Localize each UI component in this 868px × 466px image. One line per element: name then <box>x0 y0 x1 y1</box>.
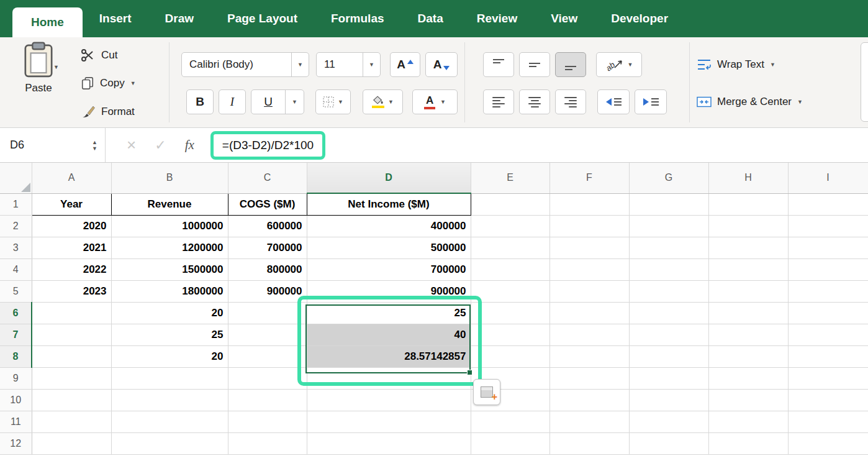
cell[interactable] <box>788 389 868 411</box>
font-color-dropdown-icon[interactable]: ▼ <box>440 99 446 105</box>
cell[interactable] <box>788 237 868 258</box>
cell-c3[interactable]: 700000 <box>228 237 307 258</box>
cell-b5[interactable]: 1800000 <box>111 280 228 302</box>
cell[interactable] <box>471 432 549 454</box>
cell[interactable] <box>788 258 868 280</box>
align-bottom-button[interactable] <box>555 52 586 77</box>
tab-view[interactable]: View <box>534 0 594 37</box>
cell-b7[interactable]: 25 <box>111 324 228 345</box>
tab-data[interactable]: Data <box>401 0 460 37</box>
cell-c5[interactable]: 900000 <box>228 280 307 302</box>
decrease-indent-button[interactable] <box>597 89 630 114</box>
align-right-button[interactable] <box>555 89 586 114</box>
align-center-button[interactable] <box>519 89 550 114</box>
column-header-h[interactable]: H <box>708 163 788 193</box>
column-header-d[interactable]: D <box>307 163 471 193</box>
cell[interactable] <box>708 280 788 302</box>
column-header-b[interactable]: B <box>111 163 228 193</box>
cell[interactable] <box>549 324 629 345</box>
cell-d2[interactable]: 400000 <box>307 215 471 237</box>
cell[interactable] <box>708 258 788 280</box>
cell[interactable] <box>307 367 471 389</box>
cell[interactable] <box>629 193 708 215</box>
cell[interactable] <box>708 411 788 432</box>
cell[interactable] <box>788 411 868 432</box>
cell[interactable] <box>549 237 629 258</box>
cell[interactable] <box>111 411 228 432</box>
align-top-button[interactable] <box>483 52 514 77</box>
cell-d1[interactable]: Net Income ($M) <box>307 193 471 215</box>
align-left-button[interactable] <box>483 89 514 114</box>
cell[interactable] <box>788 345 868 367</box>
cell[interactable] <box>788 215 868 237</box>
name-box-stepper[interactable]: ▲▼ <box>92 139 97 151</box>
cut-button[interactable]: Cut <box>81 46 117 65</box>
cell[interactable] <box>788 432 868 454</box>
tab-insert[interactable]: Insert <box>83 0 148 37</box>
cell[interactable] <box>471 237 549 258</box>
cell[interactable] <box>32 411 111 432</box>
row-header-4[interactable]: 4 <box>0 258 32 280</box>
name-box[interactable]: D6 ▲▼ <box>0 128 106 162</box>
format-button[interactable]: Format <box>81 103 135 121</box>
cell-c8[interactable] <box>228 345 307 367</box>
fx-icon[interactable]: fx <box>185 137 194 153</box>
text-orientation-button[interactable]: ab ▼ <box>596 52 642 77</box>
cell[interactable] <box>549 367 629 389</box>
fill-color-button[interactable]: ▼ <box>363 89 403 114</box>
column-header-i[interactable]: I <box>788 163 868 193</box>
cell[interactable] <box>788 280 868 302</box>
column-header-f[interactable]: F <box>549 163 629 193</box>
cell[interactable] <box>708 324 788 345</box>
cell[interactable] <box>788 324 868 345</box>
tab-developer[interactable]: Developer <box>594 0 685 37</box>
borders-dropdown-icon[interactable]: ▼ <box>338 99 343 105</box>
row-header-11[interactable]: 11 <box>0 411 32 432</box>
cell[interactable] <box>228 432 307 454</box>
row-header-2[interactable]: 2 <box>0 215 32 237</box>
cell[interactable] <box>32 432 111 454</box>
column-header-a[interactable]: A <box>32 163 111 193</box>
cell[interactable] <box>708 432 788 454</box>
cell[interactable] <box>111 367 228 389</box>
cell-b4[interactable]: 1500000 <box>111 258 228 280</box>
cell[interactable] <box>629 324 708 345</box>
cell-a4[interactable]: 2022 <box>32 258 111 280</box>
cell[interactable] <box>629 389 708 411</box>
cell[interactable] <box>471 280 549 302</box>
cell[interactable] <box>708 193 788 215</box>
bold-button[interactable]: B <box>186 89 214 114</box>
cell[interactable] <box>549 389 629 411</box>
fill-options-button[interactable]: + <box>473 379 500 405</box>
cell-a2[interactable]: 2020 <box>32 215 111 237</box>
cell-b8[interactable]: 20 <box>111 345 228 367</box>
tab-page-layout[interactable]: Page Layout <box>210 0 314 37</box>
cancel-icon[interactable]: × <box>127 135 136 155</box>
cell[interactable] <box>228 367 307 389</box>
cell-b1[interactable]: Revenue <box>111 193 228 215</box>
cell-c4[interactable]: 800000 <box>228 258 307 280</box>
wrap-text-button[interactable]: Wrap Text ▼ <box>697 55 775 75</box>
cell[interactable] <box>228 411 307 432</box>
cell[interactable] <box>629 411 708 432</box>
underline-button[interactable]: U ▼ <box>251 89 304 114</box>
cell[interactable] <box>471 215 549 237</box>
cell-d3[interactable]: 500000 <box>307 237 471 258</box>
column-header-c[interactable]: C <box>228 163 307 193</box>
cell-a8[interactable] <box>32 345 111 367</box>
orientation-dropdown-icon[interactable]: ▼ <box>628 62 633 68</box>
merge-center-button[interactable]: Merge & Center ▼ <box>697 92 803 112</box>
enter-icon[interactable]: ✓ <box>155 137 166 153</box>
cell-c7[interactable] <box>228 324 307 345</box>
cell-c1[interactable]: COGS ($M) <box>228 193 307 215</box>
tab-formulas[interactable]: Formulas <box>314 0 401 37</box>
cell[interactable] <box>788 193 868 215</box>
row-header-10[interactable]: 10 <box>0 389 32 411</box>
select-all-corner[interactable] <box>0 163 32 193</box>
borders-button[interactable]: ▼ <box>315 89 351 114</box>
fill-color-dropdown-icon[interactable]: ▼ <box>388 99 394 105</box>
cell[interactable] <box>549 258 629 280</box>
font-family-select[interactable]: Calibri (Body) ▼ <box>181 52 309 77</box>
cell[interactable] <box>471 258 549 280</box>
cell[interactable] <box>471 345 549 367</box>
